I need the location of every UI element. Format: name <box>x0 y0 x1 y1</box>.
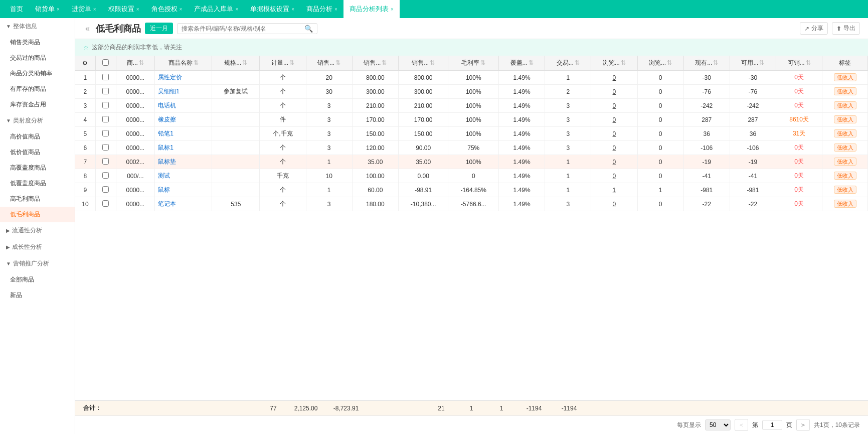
row-name[interactable]: 电话机 <box>155 99 212 113</box>
row-browse1[interactable]: 0 <box>591 113 637 127</box>
col-checkbox[interactable] <box>95 56 116 71</box>
row-browse1[interactable]: 0 <box>591 127 637 141</box>
row-browse1[interactable]: 0 <box>591 71 637 85</box>
browse1-link[interactable]: 0 <box>613 173 616 180</box>
sidebar-collapse-btn[interactable]: « <box>83 24 92 33</box>
row-checkbox[interactable] <box>95 197 116 211</box>
sidebar-group-class-analysis[interactable]: ▼ 类射度分析 <box>0 112 75 129</box>
row-browse1[interactable]: 0 <box>591 99 637 113</box>
sidebar-item-in-stock[interactable]: 有库存的商品 <box>0 81 75 97</box>
row-name[interactable]: 橡皮擦 <box>155 113 212 127</box>
row-name[interactable]: 测试 <box>155 169 212 183</box>
col-code[interactable]: 商...⇅ <box>116 56 155 71</box>
row-browse1[interactable]: 0 <box>591 141 637 155</box>
row-select-checkbox[interactable] <box>102 158 109 165</box>
row-name[interactable]: 铅笔1 <box>155 127 212 141</box>
search-input[interactable] <box>182 25 304 32</box>
export-button[interactable]: ⬆ 导出 <box>832 22 860 35</box>
browse1-link[interactable]: 0 <box>613 201 616 208</box>
date-filter-button[interactable]: 近一月 <box>145 23 173 34</box>
row-checkbox[interactable] <box>95 113 116 127</box>
share-button[interactable]: ↗ 分享 <box>800 22 828 35</box>
col-gross-margin[interactable]: 毛利率⇅ <box>448 56 499 71</box>
col-sales-amount[interactable]: 销售...⇅ <box>352 56 398 71</box>
sidebar-item-high-margin[interactable]: 高毛利商品 <box>0 191 75 207</box>
col-transaction[interactable]: 交易...⇅ <box>545 56 591 71</box>
sidebar-item-new-products[interactable]: 新品 <box>0 287 75 303</box>
prev-page-btn[interactable]: ＜ <box>735 419 748 431</box>
row-checkbox[interactable] <box>95 99 116 113</box>
row-select-checkbox[interactable] <box>102 130 109 136</box>
col-spec[interactable]: 规格...⇅ <box>212 56 260 71</box>
sidebar-item-high-value[interactable]: 高价值商品 <box>0 129 75 144</box>
row-select-checkbox[interactable] <box>102 102 109 108</box>
row-select-checkbox[interactable] <box>102 172 109 179</box>
sidebar-group-flow[interactable]: ▶ 流通性分析 <box>0 222 75 239</box>
sidebar-group-overall[interactable]: ▼ 整体信息 <box>0 18 75 35</box>
browse1-link[interactable]: 0 <box>613 102 616 109</box>
nav-product-inbound[interactable]: 产成品入库单 × <box>188 0 244 18</box>
sidebar-item-traded-products[interactable]: 交易过的商品 <box>0 50 75 66</box>
sidebar-item-sales-products[interactable]: 销售类商品 <box>0 35 75 50</box>
col-sales-profit[interactable]: 销售...⇅ <box>398 56 448 71</box>
row-checkbox[interactable] <box>95 169 116 183</box>
sidebar-item-capital-usage[interactable]: 库存资金占用 <box>0 97 75 112</box>
row-browse1[interactable]: 0 <box>591 169 637 183</box>
nav-permission[interactable]: 权限设置 × <box>102 0 145 18</box>
browse1-link[interactable]: 0 <box>613 116 616 123</box>
nav-role-auth[interactable]: 角色授权 × <box>145 0 189 18</box>
close-product-analysis-list-icon[interactable]: × <box>391 7 394 12</box>
col-name[interactable]: 商品名称⇅ <box>155 56 212 71</box>
next-page-btn[interactable]: ＞ <box>796 419 810 431</box>
row-select-checkbox[interactable] <box>102 88 109 94</box>
nav-product-analysis[interactable]: 商品分析 × <box>300 0 343 18</box>
page-input[interactable] <box>762 420 782 430</box>
close-purchase-order-icon[interactable]: × <box>93 7 96 12</box>
per-page-select[interactable]: 50 100 <box>705 419 731 430</box>
row-select-checkbox[interactable] <box>102 116 109 122</box>
col-browse2[interactable]: 浏览...⇅ <box>637 56 683 71</box>
row-name[interactable]: 鼠标 <box>155 183 212 197</box>
col-unit[interactable]: 计量...⇅ <box>260 56 306 71</box>
row-checkbox[interactable] <box>95 155 116 169</box>
row-checkbox[interactable] <box>95 183 116 197</box>
close-permission-icon[interactable]: × <box>136 7 139 12</box>
row-browse1[interactable]: 1 <box>591 183 637 197</box>
browse1-link[interactable]: 0 <box>613 159 616 166</box>
col-current-stock[interactable]: 现有...⇅ <box>683 56 730 71</box>
row-checkbox[interactable] <box>95 85 116 99</box>
sidebar-group-marketing[interactable]: ▼ 营销推广分析 <box>0 255 75 272</box>
sidebar-item-low-coverage[interactable]: 低覆盖度商品 <box>0 176 75 191</box>
sidebar-item-all-products[interactable]: 全部商品 <box>0 272 75 287</box>
col-sellable[interactable]: 可销...⇅ <box>776 56 822 71</box>
row-name[interactable]: 笔记本 <box>155 197 212 211</box>
row-checkbox[interactable] <box>95 141 116 155</box>
sidebar-group-growth[interactable]: ▶ 成长性分析 <box>0 239 75 255</box>
sidebar-item-low-margin[interactable]: 低毛利商品 <box>0 207 75 222</box>
sidebar-item-high-coverage[interactable]: 高覆盖度商品 <box>0 160 75 176</box>
col-coverage[interactable]: 覆盖...⇅ <box>499 56 545 71</box>
nav-home[interactable]: 首页 <box>4 0 29 18</box>
row-select-checkbox[interactable] <box>102 186 109 193</box>
col-browse1[interactable]: 浏览...⇅ <box>591 56 637 71</box>
close-template-icon[interactable]: × <box>291 7 294 12</box>
col-available[interactable]: 可用...⇅ <box>730 56 776 71</box>
sidebar-item-low-value[interactable]: 低价值商品 <box>0 144 75 160</box>
nav-product-analysis-list[interactable]: 商品分析列表 × <box>343 0 400 18</box>
close-sales-order-icon[interactable]: × <box>57 7 60 12</box>
row-browse1[interactable]: 0 <box>591 155 637 169</box>
sidebar-item-category-sales-rate[interactable]: 商品分类助销率 <box>0 66 75 81</box>
row-browse1[interactable]: 0 <box>591 85 637 99</box>
close-product-inbound-icon[interactable]: × <box>235 7 238 12</box>
row-checkbox[interactable] <box>95 127 116 141</box>
row-name[interactable]: 吴细细1 <box>155 85 212 99</box>
col-settings[interactable]: ⚙ <box>75 56 95 71</box>
browse1-link[interactable]: 0 <box>613 74 616 81</box>
browse1-link[interactable]: 0 <box>613 144 616 152</box>
row-name[interactable]: 鼠标1 <box>155 141 212 155</box>
browse1-link[interactable]: 1 <box>613 187 616 194</box>
browse1-link[interactable]: 0 <box>613 88 616 95</box>
nav-purchase-order[interactable]: 进货单 × <box>66 0 102 18</box>
col-sales-qty[interactable]: 销售...⇅ <box>306 56 352 71</box>
row-checkbox[interactable] <box>95 71 116 85</box>
